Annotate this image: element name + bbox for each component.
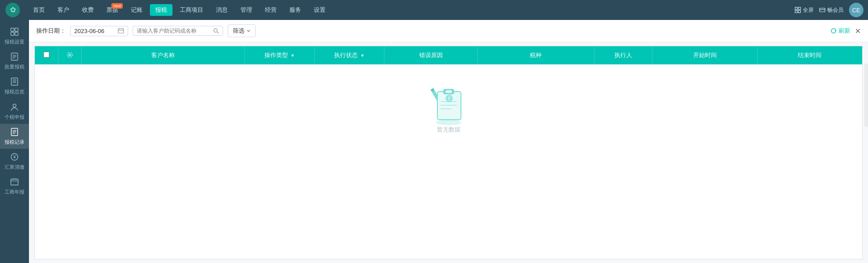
svg-rect-46 [446,90,452,93]
settlement-icon: ¥ [10,152,19,163]
annual-report-label: 工商年报 [5,189,24,195]
col-op-type[interactable]: 操作类型 ▼ [245,46,314,64]
col-settings[interactable] [58,46,81,64]
records-table: 客户名称 操作类型 ▼ 执行状态 ▼ 错误原因 [35,46,862,143]
svg-rect-3 [798,7,801,10]
search-box[interactable] [133,26,223,36]
empty-state: ! 暂无数据 [35,64,862,143]
nav-manage[interactable]: 管理 [235,4,258,16]
fullscreen-icon [795,7,801,13]
chevron-down-icon [246,29,251,33]
col-name: 客户名称 [82,46,245,64]
empty-text: 暂无数据 [437,126,460,134]
empty-state-illustration: ! [428,83,469,126]
member-label: 畅会员 [827,6,844,14]
svg-rect-10 [11,32,14,35]
filter-label: 筛选 [233,27,245,35]
svg-point-35 [214,29,217,32]
content-area: 操作日期： 筛选 [29,20,868,263]
svg-rect-11 [15,32,18,35]
settings-icon [67,52,73,58]
nav-business[interactable]: 工商项目 [174,4,209,16]
svg-point-40 [436,120,461,125]
nav-tax[interactable]: 报税 [150,4,173,16]
sidebar-item-tax-summary[interactable]: 报税总览 [0,73,29,98]
refresh-icon [830,28,837,34]
svg-rect-8 [11,28,14,31]
toolbar: 操作日期： 筛选 [29,20,868,42]
nav-invoice-badge: new [111,3,123,9]
svg-text:!: ! [448,96,450,102]
nav-settings[interactable]: 设置 [308,4,331,16]
nav-client[interactable]: 客户 [52,4,75,16]
nav-bookkeeping[interactable]: 记账 [125,4,148,16]
date-label: 操作日期： [36,27,66,35]
batch-tax-label: 批量报税 [5,64,24,70]
col-checkbox [35,46,58,64]
sidebar-item-settlement[interactable]: ¥ 汇算清缴 [0,149,29,174]
table-header: 客户名称 操作类型 ▼ 执行状态 ▼ 错误原因 [35,46,862,64]
date-input[interactable] [74,28,115,34]
calendar-icon [118,28,124,34]
member-button[interactable]: 畅会员 [819,6,844,14]
tax-records-label: 报税记录 [5,139,24,145]
svg-rect-2 [795,7,797,10]
sidebar: 报税设置 批量报税 报税总览 [0,20,29,263]
refresh-label: 刷新 [839,27,850,35]
nav-items: 首页 客户 收费 票据 new 记账 报税 工商项目 消息 管理 经营 服务 设… [28,4,795,16]
personal-tax-icon [10,102,19,113]
search-input[interactable] [137,28,211,34]
search-icon [213,28,219,34]
col-error-reason: 错误原因 [384,46,478,64]
nav-right: 全屏 畅会员 CE [795,3,863,17]
table-container: 客户名称 操作类型 ▼ 执行状态 ▼ 错误原因 [34,46,863,259]
filter-button[interactable]: 筛选 [228,24,256,37]
op-type-sort-icon: ▼ [290,53,295,58]
svg-rect-4 [795,10,797,13]
col-start-time: 开始时间 [652,46,758,64]
tax-records-icon [10,127,19,138]
nav-invoice[interactable]: 票据 new [101,4,124,16]
nav-operations[interactable]: 经营 [259,4,282,16]
svg-rect-27 [11,179,18,185]
nav-message[interactable]: 消息 [211,4,233,16]
nav-home[interactable]: 首页 [28,4,50,16]
table-body: ! 暂无数据 [35,64,862,143]
personal-tax-label: 个税申报 [5,114,24,120]
sidebar-item-personal-tax[interactable]: 个税申报 [0,99,29,124]
nav-billing[interactable]: 收费 [77,4,99,16]
col-executor: 执行人 [594,46,652,64]
select-all-checkbox[interactable] [43,52,49,58]
col-end-time: 结束时间 [757,46,862,64]
nav-service[interactable]: 服务 [284,4,307,16]
batch-tax-icon [10,52,19,63]
svg-rect-31 [118,29,124,33]
sidebar-item-tax-records[interactable]: 报税记录 [0,124,29,149]
exec-status-sort-icon: ▼ [360,53,365,58]
top-navigation: ✿ 首页 客户 收费 票据 new 记账 报税 工商项目 消息 管理 经营 服务… [0,0,868,20]
sidebar-item-tax-settings[interactable]: 报税设置 [0,24,29,49]
svg-text:¥: ¥ [13,155,16,160]
close-button[interactable]: ✕ [855,27,861,35]
member-icon [819,7,825,13]
refresh-button[interactable]: 刷新 [830,27,850,35]
tax-summary-icon [10,77,19,88]
avatar[interactable]: CE [849,3,863,17]
svg-rect-6 [820,8,825,12]
svg-text:✿: ✿ [10,6,16,14]
app-logo[interactable]: ✿ [5,2,21,18]
tax-settings-label: 报税设置 [5,39,24,45]
svg-point-38 [69,54,71,56]
date-picker[interactable] [70,26,128,36]
svg-rect-9 [15,28,18,31]
col-exec-status[interactable]: 执行状态 ▼ [315,46,384,64]
svg-point-39 [67,52,72,57]
fullscreen-button[interactable]: 全屏 [795,6,814,14]
sidebar-item-annual-report[interactable]: 工商年报 [0,174,29,199]
fullscreen-label: 全屏 [803,6,814,14]
col-tax-type: 税种 [478,46,594,64]
annual-report-icon [10,177,19,188]
tax-settings-icon [10,27,19,38]
sidebar-item-batch-tax[interactable]: 批量报税 [0,49,29,73]
svg-rect-5 [798,10,801,13]
